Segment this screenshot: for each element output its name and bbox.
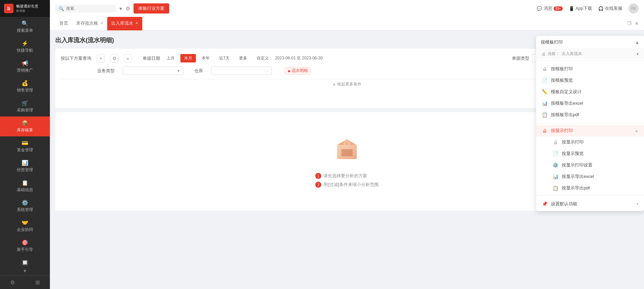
trial-industry-button[interactable]: 体验行业方案 xyxy=(134,3,169,14)
current-item-arrow[interactable]: ▾ xyxy=(637,52,639,56)
app-name: 畅捷通好生意 xyxy=(16,4,38,8)
online-support-label: 在线客服 xyxy=(605,5,622,11)
tab-batch-label: 库存批次账 xyxy=(76,20,98,26)
dropdown-header: 按模板打印 ▲ xyxy=(536,36,644,49)
design-icon: ✏️ xyxy=(541,89,548,95)
restore-icon[interactable]: ❐ xyxy=(627,21,632,26)
step-1-text: 请先选择要分析的方案 xyxy=(323,173,367,179)
sidebar-item-system[interactable]: ⚙️ 系统管理 xyxy=(0,196,50,216)
dd-display-print-settings-label: 按显示打印设置 xyxy=(562,162,592,168)
sidebar-item-basic[interactable]: 📋 基础信息 xyxy=(0,176,50,196)
dd-template-preview[interactable]: 📄 按模板预览 xyxy=(536,75,644,86)
message-icon: 💬 xyxy=(537,6,542,11)
dd-display-preview[interactable]: 📄 按显示预览 xyxy=(543,148,644,159)
filter-add-button[interactable]: + xyxy=(97,54,105,62)
date-tag-last-month[interactable]: 上月 xyxy=(163,54,178,62)
condition-tag[interactable]: ● 流水明细 xyxy=(284,67,312,75)
header-dropdown-icon[interactable]: ▾ xyxy=(119,5,122,12)
settings-gear-icon[interactable]: ⚙ xyxy=(10,279,15,286)
app-badge: 标准版 xyxy=(16,9,38,13)
dd-display-export-pdf[interactable]: 📋 按显示导出pdf xyxy=(543,182,644,194)
sidebar-scroll-down[interactable]: ▼ xyxy=(0,266,50,275)
online-support-item[interactable]: 🎧 在线客服 xyxy=(598,5,622,11)
tab-batch-close-icon[interactable]: ✕ xyxy=(100,21,103,25)
page-title: 出入库流水(流水明细) xyxy=(55,36,114,44)
filter-collapse-button[interactable]: « xyxy=(124,54,132,62)
dd-set-default-label: 设置默认功能 xyxy=(551,201,577,207)
condition-tag-label: 流水明细 xyxy=(292,68,308,74)
printer-small-icon: 🖨 xyxy=(541,52,546,56)
dd-template-export-pdf[interactable]: 📋 按模板导出pdf xyxy=(536,109,644,121)
dd-template-export-pdf-label: 按模板导出pdf xyxy=(551,112,579,118)
phone-icon: 📱 xyxy=(569,6,574,11)
sidebar-item-inventory[interactable]: 📦 库存核算 xyxy=(0,116,50,136)
sidebar-item-sales[interactable]: 💰 销售管理 xyxy=(0,77,50,97)
dd-set-default[interactable]: 📌 设置默认功能 ▾ xyxy=(536,198,644,210)
tab-flow[interactable]: 出入库流水 ✕ xyxy=(107,17,142,30)
sidebar-item-app-center[interactable]: 🔲 应用中心 xyxy=(0,256,50,266)
dd-display-print-header[interactable]: 🖨 按显示打印 ▲ xyxy=(536,125,644,136)
header-left: 🔍 ▾ ⚙ 体验行业方案 xyxy=(55,3,169,14)
sidebar-label-system: 系统管理 xyxy=(17,207,33,213)
newbie-icon: 🎯 xyxy=(22,239,28,246)
dd-template-print[interactable]: 🖨 按模板打印 xyxy=(536,63,644,75)
sidebar-label-enterprise: 企业协同 xyxy=(17,227,33,233)
user-name: Rit xyxy=(631,6,636,11)
date-tag-current-month[interactable]: 本月 xyxy=(180,54,196,62)
headset-icon: 🎧 xyxy=(598,6,604,11)
display-print-sub: 🖨 按显示打印 📄 按显示预览 ⚙️ 按显示打印设置 📊 按显示导出excel … xyxy=(536,136,644,194)
avatar[interactable]: Rit xyxy=(628,3,639,14)
sidebar-item-enterprise[interactable]: 🤝 企业协同 xyxy=(0,216,50,236)
search-input[interactable] xyxy=(66,6,107,11)
sidebar-item-search-menu[interactable]: 🔍 搜索菜单 xyxy=(0,17,50,37)
dropdown-close-icon[interactable]: ▲ xyxy=(635,40,639,45)
current-item-label: 当前： xyxy=(548,51,560,57)
sidebar-collapse-icon[interactable]: ⊞ xyxy=(35,279,40,286)
dd-display-print-settings[interactable]: ⚙️ 按显示打印设置 xyxy=(543,159,644,171)
close-icon[interactable]: ✕ xyxy=(635,21,639,26)
warehouse-select[interactable]: ··· xyxy=(211,67,272,75)
empty-steps-list: 1 请先选择要分析的方案 2 用[过滤]条件来缩小分析范围 xyxy=(315,173,378,190)
sidebar-item-finance[interactable]: 💳 资金管理 xyxy=(0,136,50,156)
dd-display-export-excel[interactable]: 📊 按显示导出excel xyxy=(543,171,644,182)
chevron-up-small-icon: ▲ xyxy=(635,128,639,133)
date-filter-label: 单据日期 xyxy=(143,55,160,61)
date-filter-tags: 上月 本月 本年 近7天 更多 自定义 xyxy=(163,54,272,62)
current-item-value: 出入库流水 xyxy=(562,51,582,57)
filter-settings-button[interactable]: ⚙ xyxy=(110,54,118,62)
app-center-icon: 🔲 xyxy=(22,259,28,266)
sidebar-label-quick-nav: 快捷导航 xyxy=(17,48,33,53)
empty-step-1: 1 请先选择要分析的方案 xyxy=(315,173,378,179)
display-excel-icon: 📊 xyxy=(552,174,558,179)
tab-home[interactable]: 首页 xyxy=(55,17,72,30)
sidebar-item-marketing[interactable]: 📢 营销推广 xyxy=(0,57,50,77)
app-download-item[interactable]: 📱 App下载 xyxy=(569,5,592,11)
dd-template-export-excel[interactable]: 📊 按模板导出excel xyxy=(536,98,644,109)
header-search-box[interactable]: 🔍 xyxy=(55,5,116,12)
empty-step-2: 2 用[过滤]条件来缩小分析范围 xyxy=(315,182,378,188)
logo-icon: b xyxy=(4,4,13,13)
operation-icon: 📊 xyxy=(22,160,28,166)
date-tag-current-year[interactable]: 本年 xyxy=(198,54,213,62)
sidebar-item-purchase[interactable]: 🛒 采购管理 xyxy=(0,97,50,116)
search-icon: 🔍 xyxy=(59,6,64,11)
date-tag-last-7-days[interactable]: 近7天 xyxy=(215,54,233,62)
sidebar-item-quick-nav[interactable]: ⚡ 快捷导航 xyxy=(0,37,50,57)
dd-display-print[interactable]: 🖨 按显示打印 xyxy=(543,136,644,148)
header-settings-icon[interactable]: ⚙ xyxy=(125,5,130,12)
tab-flow-label: 出入库流水 xyxy=(111,20,133,26)
dd-template-custom[interactable]: ✏️ 模板自定义设计 xyxy=(536,86,644,98)
tab-batch[interactable]: 库存批次账 ✕ xyxy=(72,17,107,30)
date-tag-custom[interactable]: 自定义 xyxy=(253,54,272,62)
sidebar-item-newbie[interactable]: 🎯 新手引导 xyxy=(0,236,50,256)
sidebar-item-operation[interactable]: 📊 经营管理 xyxy=(0,156,50,176)
sidebar-label-marketing: 营销推广 xyxy=(17,68,33,73)
date-tag-more[interactable]: 更多 xyxy=(235,54,251,62)
biz-type-select[interactable]: ▾ xyxy=(123,67,183,75)
current-item-row: 🖨 当前： 出入库流水 ▾ xyxy=(536,49,644,59)
tab-flow-close-icon[interactable]: ✕ xyxy=(135,21,138,25)
message-item[interactable]: 💬 消息 99+ xyxy=(537,5,563,11)
finance-icon: 💳 xyxy=(22,140,28,146)
pin-icon: 📌 xyxy=(541,201,548,207)
warehouse-label: 仓库 xyxy=(194,68,203,74)
